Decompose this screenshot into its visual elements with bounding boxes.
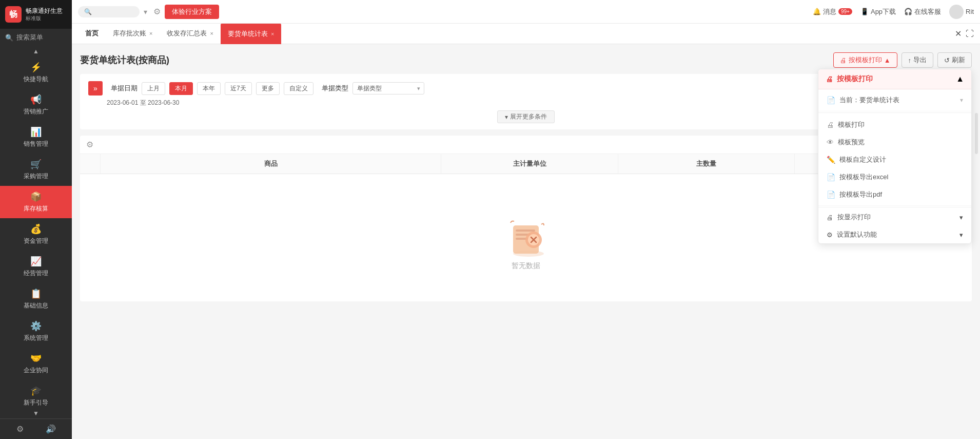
dropdown-item-template-print[interactable]: 🖨 模板打印 xyxy=(818,116,971,133)
dropdown-current-section: 📄 当前：要货单统计表 ▾ xyxy=(818,89,971,111)
sidebar-item-basics[interactable]: 📋 基础信息 xyxy=(0,283,72,315)
set-default-chevron: ▾ xyxy=(959,231,963,239)
template-print-button[interactable]: 🖨 按模板打印 ▲ xyxy=(833,52,897,68)
sidebar-search-label: 搜索菜单 xyxy=(16,33,43,42)
tabs-bar: 首页 库存批次账 × 收发存汇总表 × 要货单统计表 × ✕ ⛶ xyxy=(72,24,980,44)
dropdown-header: 🖨 按模板打印 ▲ xyxy=(818,69,971,89)
purchase-icon: 🛒 xyxy=(30,159,42,170)
dropdown-close-icon[interactable]: ▲ xyxy=(956,74,964,84)
tab-batch-accounts-close[interactable]: × xyxy=(149,30,152,36)
sidebar-search[interactable]: 🔍 搜索菜单 xyxy=(0,29,72,46)
sidebar-scroll-up[interactable]: ▲ xyxy=(0,46,72,56)
sidebar-item-purchase[interactable]: 🛒 采购管理 xyxy=(0,154,72,186)
sidebar-item-label: 经营管理 xyxy=(24,269,48,278)
tab-batch-accounts-label: 库存批次账 xyxy=(113,29,146,38)
sidebar-item-enterprise[interactable]: 🤝 企业协同 xyxy=(0,348,72,380)
item-left: 👁 模板预览 xyxy=(827,138,865,147)
topbar-gear-icon[interactable]: ⚙ xyxy=(153,7,161,16)
sidebar-item-system[interactable]: ⚙️ 系统管理 xyxy=(0,315,72,348)
tab-order-stats[interactable]: 要货单统计表 × xyxy=(221,24,281,44)
phone-icon: 📱 xyxy=(860,8,869,15)
app-name: 畅康通好生意 xyxy=(26,7,63,15)
dropdown-set-default[interactable]: ⚙ 设置默认功能 ▾ xyxy=(818,226,971,243)
expand-more-label: 展开更多条件 xyxy=(510,112,547,121)
template-custom-label: 模板自定义设计 xyxy=(839,155,886,164)
expand-more-icon: ▾ xyxy=(505,113,508,121)
notifications[interactable]: 🔔 消息 99+ xyxy=(813,7,852,16)
finance-icon: 💰 xyxy=(30,223,42,235)
item-left: 📄 按模板导出excel xyxy=(827,173,888,182)
tab-receivable-summary[interactable]: 收发存汇总表 × xyxy=(160,24,220,44)
tab-home-label: 首页 xyxy=(85,29,99,38)
app-logo-text: 畅康通好生意 标准版 xyxy=(26,7,63,23)
user-avatar[interactable]: Rit xyxy=(949,5,974,19)
filter-btn-this-month[interactable]: 本月 xyxy=(169,82,193,95)
app-download[interactable]: 📱 App下载 xyxy=(860,7,896,16)
sidebar-scroll-down[interactable]: ▼ xyxy=(0,408,72,418)
dropdown-printer-icon: 🖨 xyxy=(826,75,833,83)
tab-maximize-button[interactable]: ⛶ xyxy=(966,29,974,39)
sales-icon: 📊 xyxy=(30,126,42,138)
th-unit: 主计量单位 xyxy=(441,154,618,174)
sidebar-item-label: 新手引导 xyxy=(24,398,48,407)
item-left: ✏️ 模板自定义设计 xyxy=(827,155,886,164)
sidebar-item-label: 快捷导航 xyxy=(24,75,48,84)
filter-btn-last-month[interactable]: 上月 xyxy=(142,82,165,95)
dropdown-current-item[interactable]: 📄 当前：要货单统计表 ▾ xyxy=(818,91,971,109)
page-scrollbar[interactable] xyxy=(975,113,978,154)
filter-btn-more[interactable]: 更多 xyxy=(256,82,280,95)
tab-home[interactable]: 首页 xyxy=(78,24,106,44)
filter-expand-icon: » xyxy=(93,84,97,92)
tab-order-stats-close[interactable]: × xyxy=(271,31,274,37)
settings-bottom-icon[interactable]: ⚙ xyxy=(16,424,24,434)
dropdown-divider-2 xyxy=(818,207,971,207)
topbar-dropdown-icon[interactable]: ▾ xyxy=(144,8,147,16)
main-area: 🔍 ▾ ⚙ 体验行业方案 🔔 消息 99+ 📱 App下载 🎧 在线客服 Rit xyxy=(72,0,980,439)
sidebar-item-finance[interactable]: 💰 资金管理 xyxy=(0,218,72,251)
template-custom-icon: ✏️ xyxy=(827,156,835,164)
dropdown-item-export-excel[interactable]: 📄 按模板导出excel xyxy=(818,168,971,186)
dropdown-display-print[interactable]: 🖨 按显示打印 ▾ xyxy=(818,208,971,226)
trial-button[interactable]: 体验行业方案 xyxy=(165,5,219,19)
tab-receivable-summary-close[interactable]: × xyxy=(210,30,213,36)
sidebar-item-label: 基础信息 xyxy=(24,301,48,310)
audio-bottom-icon[interactable]: 🔊 xyxy=(46,424,56,434)
topbar-search[interactable]: 🔍 xyxy=(78,6,140,17)
sidebar-item-operations[interactable]: 📈 经营管理 xyxy=(0,251,72,283)
scroll-up-icon: ▲ xyxy=(33,48,39,55)
item-left: 📄 按模板导出pdf xyxy=(827,190,882,199)
online-support[interactable]: 🎧 在线客服 xyxy=(904,7,941,16)
filter-btn-custom[interactable]: 自定义 xyxy=(284,82,313,95)
filter-btn-this-year[interactable]: 本年 xyxy=(197,82,221,95)
sidebar-item-inventory[interactable]: 📦 库存核算 xyxy=(0,186,72,218)
dropdown-title: 按模板打印 xyxy=(837,74,873,84)
tab-close-all-button[interactable]: ✕ xyxy=(955,29,962,39)
sidebar-item-quick-nav[interactable]: ⚡ 快捷导航 xyxy=(0,56,72,89)
expand-more-button[interactable]: ▾ 展开更多条件 xyxy=(497,110,555,123)
filter-btn-7days[interactable]: 近7天 xyxy=(225,82,252,95)
table-settings-icon[interactable]: ⚙ xyxy=(86,140,93,149)
dropdown-item-template-preview[interactable]: 👁 模板预览 xyxy=(818,133,971,151)
tab-batch-accounts[interactable]: 库存批次账 × xyxy=(106,24,160,44)
dropdown-item-export-pdf[interactable]: 📄 按模板导出pdf xyxy=(818,186,971,203)
export-button[interactable]: ↑ 导出 xyxy=(901,52,934,68)
filter-expand-toggle[interactable]: » xyxy=(88,81,103,96)
sidebar-item-label: 采购管理 xyxy=(24,172,48,181)
template-print-item-label: 模板打印 xyxy=(838,120,865,129)
page-actions: 🖨 按模板打印 ▲ ↑ 导出 ↺ 刷新 🖨 xyxy=(833,52,972,68)
display-print-icon: 🖨 xyxy=(827,214,833,221)
sidebar-item-marketing[interactable]: 📢 营销推广 xyxy=(0,89,72,121)
template-print-label: 按模板打印 xyxy=(849,55,882,65)
refresh-label: 刷新 xyxy=(952,55,965,65)
refresh-button[interactable]: ↺ 刷新 xyxy=(937,52,972,68)
set-default-left: ⚙ 设置默认功能 xyxy=(827,230,877,239)
filter-type-select[interactable]: 单据类型 xyxy=(352,82,424,94)
inventory-icon: 📦 xyxy=(30,191,42,202)
sidebar-item-sales[interactable]: 📊 销售管理 xyxy=(0,121,72,154)
page-header: 要货单统计表(按商品) 🖨 按模板打印 ▲ ↑ 导出 ↺ 刷新 xyxy=(80,52,972,68)
dropdown-item-template-custom[interactable]: ✏️ 模板自定义设计 xyxy=(818,151,971,168)
template-print-item-icon: 🖨 xyxy=(827,121,834,129)
topbar-search-icon: 🔍 xyxy=(84,8,92,15)
tab-receivable-summary-label: 收发存汇总表 xyxy=(167,29,207,38)
sidebar-item-guide[interactable]: 🎓 新手引导 xyxy=(0,380,72,408)
